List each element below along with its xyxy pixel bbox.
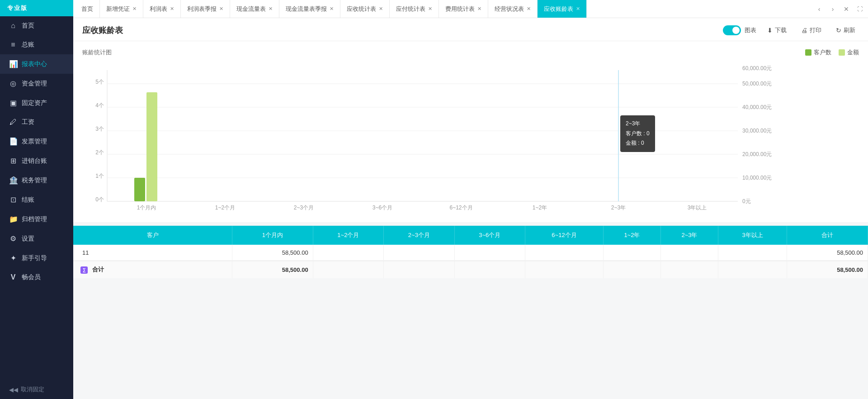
footer-month12 — [313, 261, 383, 279]
tab-voucher-close[interactable]: ✕ — [132, 6, 137, 12]
col-month36: 3~6个月 — [454, 226, 525, 245]
tab-receivable-aging-close[interactable]: ✕ — [576, 6, 580, 12]
legend-amount-dot — [839, 49, 845, 56]
tab-receivable-aging[interactable]: 应收账龄表 ✕ — [538, 0, 587, 18]
x-label-2: 1~2个月 — [215, 204, 235, 211]
tab-cashflow-quarter-close[interactable]: ✕ — [330, 6, 334, 12]
reports-icon: 📊 — [9, 60, 17, 68]
chart-canvas-wrap: 0个 1个 2个 3个 4个 5个 — [82, 61, 859, 215]
guide-icon: ✦ — [9, 254, 17, 262]
archive-icon: 📁 — [9, 215, 17, 223]
settings-icon: ⚙ — [9, 234, 17, 243]
tab-cashflow-close[interactable]: ✕ — [269, 6, 273, 12]
table-header: 客户 1个月内 1~2个月 2~3个月 3~6个月 6~12个月 1~2年 2~… — [73, 226, 868, 245]
chart-svg: 0个 1个 2个 3个 4个 5个 — [82, 61, 859, 215]
print-label: 打印 — [810, 26, 821, 34]
tab-prev-button[interactable]: ‹ — [813, 3, 826, 15]
x-label-7: 2~3年 — [611, 204, 626, 211]
footer-year12 — [603, 261, 660, 279]
sidebar-item-label: 总账 — [22, 41, 34, 49]
refresh-label: 刷新 — [844, 26, 855, 34]
cell-year3plus — [718, 245, 787, 261]
refresh-button[interactable]: ↻ 刷新 — [832, 24, 859, 36]
sidebar-item-tax[interactable]: 🏦 税务管理 — [0, 171, 73, 190]
print-button[interactable]: 🖨 打印 — [797, 24, 825, 36]
sidebar-item-close[interactable]: ⊡ 结账 — [0, 190, 73, 209]
col-month23: 2~3个月 — [384, 226, 454, 245]
sidebar-item-settings[interactable]: ⚙ 设置 — [0, 229, 73, 248]
x-label-4: 3~6个月 — [373, 204, 392, 211]
tab-biz-status[interactable]: 经营状况表 ✕ — [488, 0, 538, 18]
col-month1: 1个月内 — [232, 226, 313, 245]
tab-voucher[interactable]: 新增凭证 ✕ — [100, 0, 143, 18]
tab-cashflow[interactable]: 现金流量表 ✕ — [230, 0, 279, 18]
chart-toggle[interactable] — [723, 25, 741, 35]
download-icon: ⬇ — [767, 27, 773, 34]
x-label-1: 1个月内 — [137, 204, 156, 211]
print-icon: 🖨 — [801, 27, 807, 34]
sidebar-item-label: 报表中心 — [22, 60, 47, 68]
tab-biz-status-close[interactable]: ✕ — [527, 6, 531, 12]
tab-cashflow-quarter-label: 现金流量表季报 — [286, 5, 327, 13]
tab-receivable-stat[interactable]: 应收统计表 ✕ — [340, 0, 390, 18]
download-button[interactable]: ⬇ 下载 — [764, 24, 790, 36]
table-header-row: 客户 1个月内 1~2个月 2~3个月 3~6个月 6~12个月 1~2年 2~… — [73, 226, 868, 245]
tab-biz-status-label: 经营状况表 — [495, 5, 524, 13]
sidebar-item-salary[interactable]: 🖊 工资 — [0, 113, 73, 132]
footer-month1: 58,500.00 — [232, 261, 313, 279]
page-title: 应收账龄表 — [82, 25, 123, 36]
sidebar-item-label: 设置 — [22, 235, 34, 243]
ledger-icon: ≡ — [9, 41, 17, 49]
tab-expense-stat[interactable]: 费用统计表 ✕ — [439, 0, 488, 18]
sidebar-item-stock[interactable]: ⊞ 进销台账 — [0, 151, 73, 171]
tab-fullscreen-button[interactable]: ⛶ — [854, 3, 866, 15]
tab-profit-quarter-close[interactable]: ✕ — [219, 6, 223, 12]
close-account-icon: ⊡ — [9, 195, 17, 204]
funds-icon: ◎ — [9, 79, 17, 88]
tab-payable-stat-close[interactable]: ✕ — [428, 6, 432, 12]
tab-cashflow-quarter[interactable]: 现金流量表季报 ✕ — [279, 0, 340, 18]
tab-profit-quarter[interactable]: 利润表季报 ✕ — [181, 0, 230, 18]
pin-icon: ◀◀ — [9, 386, 18, 393]
col-month612: 6~12个月 — [525, 226, 604, 245]
tab-close-all-button[interactable]: ✕ — [840, 3, 853, 15]
sidebar-item-ledger[interactable]: ≡ 总账 — [0, 35, 73, 54]
tab-home[interactable]: 首页 — [75, 0, 100, 18]
table-footer-row: ∑ 合计 58,500.00 58,500.00 — [73, 261, 868, 279]
chart-toggle-label: 图表 — [745, 26, 756, 34]
footer-month36 — [454, 261, 525, 279]
cell-month612 — [525, 245, 604, 261]
tab-receivable-stat-close[interactable]: ✕ — [379, 6, 383, 12]
table-footer: ∑ 合计 58,500.00 58,500.00 — [73, 261, 868, 279]
col-year23: 2~3年 — [660, 226, 718, 245]
tab-nav-buttons: ‹ › ✕ ⛶ — [813, 3, 866, 15]
col-month12: 1~2个月 — [313, 226, 383, 245]
page-content: 应收账龄表 图表 ⬇ 下载 🖨 打印 ↻ 刷新 — [73, 18, 868, 399]
tab-expense-stat-close[interactable]: ✕ — [477, 6, 481, 12]
sidebar-item-invoice[interactable]: 📄 发票管理 — [0, 132, 73, 151]
tab-profit-close[interactable]: ✕ — [170, 6, 174, 12]
cell-total: 58,500.00 — [787, 245, 868, 261]
sidebar-item-guide[interactable]: ✦ 新手引导 — [0, 248, 73, 268]
col-total: 合计 — [787, 226, 868, 245]
sidebar-item-assets[interactable]: ▣ 固定资产 — [0, 93, 73, 113]
sidebar-item-archive[interactable]: 📁 归档管理 — [0, 209, 73, 229]
tab-next-button[interactable]: › — [826, 3, 839, 15]
sidebar-item-label: 固定资产 — [22, 99, 47, 107]
x-label-5: 6~12个月 — [449, 204, 472, 211]
sidebar-item-home[interactable]: ⌂ 首页 — [0, 16, 73, 35]
invoice-icon: 📄 — [9, 137, 17, 146]
y-left-0: 0个 — [95, 196, 104, 203]
legend-customer: 客户数 — [805, 48, 831, 57]
tab-profit[interactable]: 利润表 ✕ — [143, 0, 181, 18]
legend-amount: 金额 — [839, 48, 859, 57]
pin-toggle[interactable]: ◀◀ 取消固定 — [0, 380, 73, 399]
sidebar-item-funds[interactable]: ◎ 资金管理 — [0, 74, 73, 93]
download-label: 下载 — [775, 26, 787, 34]
y-right-0: 0元 — [742, 198, 751, 204]
cell-year12 — [603, 245, 660, 261]
tab-payable-stat[interactable]: 应付统计表 ✕ — [390, 0, 439, 18]
sidebar-item-label: 归档管理 — [22, 215, 47, 223]
sidebar-item-vip[interactable]: V 畅会员 — [0, 268, 73, 287]
sidebar-item-reports[interactable]: 📊 报表中心 — [0, 54, 73, 74]
